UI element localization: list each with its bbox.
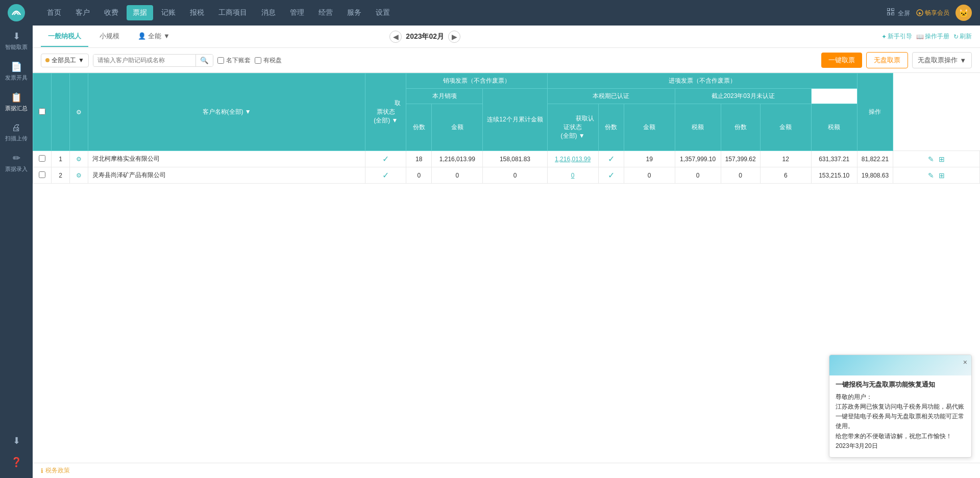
status-bar: ℹ 税务政策 — [33, 463, 980, 478]
edit-icon-2[interactable]: ✎ — [928, 171, 934, 180]
entry-icon: ✏ — [13, 153, 20, 164]
row-fetch-status-1: ✓ — [365, 151, 406, 167]
svg-text:▶: ▶ — [919, 11, 922, 15]
row-uncert-count-2: 6 — [760, 167, 811, 184]
row-2-checkbox[interactable] — [39, 171, 45, 178]
tab-all[interactable]: 👤 全能 ▼ — [131, 27, 177, 47]
notification-close-button[interactable]: × — [963, 358, 967, 366]
sub-account-checkbox[interactable] — [217, 57, 224, 64]
select-all-checkbox[interactable] — [39, 108, 45, 115]
row-sale-amount-1: 1,216,013.99 — [432, 151, 483, 167]
th-customer-name[interactable]: 客户名称(全部) ▼ — [88, 73, 365, 151]
sidebar: ⬇ 智能取票 📄 发票开具 📋 票据汇总 🖨 扫描上传 ✏ 票据录入 ⬇ ❓ — [0, 0, 33, 478]
nav-accounting[interactable]: 记账 — [155, 5, 182, 20]
tab-all-dropdown-icon[interactable]: ▼ — [163, 32, 170, 40]
search-button[interactable]: 🔍 — [195, 55, 213, 66]
has-disk-checkbox[interactable] — [255, 57, 261, 64]
nav-business[interactable]: 工商项目 — [212, 5, 253, 20]
row-sale-amount-2: 0 — [432, 167, 483, 184]
row-cumulative-2[interactable]: 0 — [547, 167, 598, 184]
detail-icon-1[interactable]: ⊞ — [939, 155, 945, 163]
notification-greeting: 尊敬的用户： — [836, 392, 965, 402]
nav-operation[interactable]: 经营 — [312, 5, 339, 20]
row-uncert-amount-2: 153,215.10 — [811, 167, 857, 184]
nav-home[interactable]: 首页 — [41, 5, 67, 20]
tax-policy-link[interactable]: 税务政策 — [45, 466, 70, 475]
nav-settings[interactable]: 设置 — [370, 5, 396, 20]
help-icon: ❓ — [11, 457, 22, 468]
sidebar-item-issue-invoice[interactable]: 📄 发票开具 — [0, 56, 33, 87]
nav-message[interactable]: 消息 — [255, 5, 282, 20]
download-icon: ⬇ — [13, 31, 20, 42]
th-uncert-count: 份数 — [721, 104, 760, 151]
row-certify-status-1: ✓ — [598, 151, 624, 167]
th-purch-tax: 税额 — [675, 104, 721, 151]
guide-icon: ✦ — [881, 33, 887, 40]
th-gear: ⚙ — [70, 73, 88, 151]
detail-icon-2[interactable]: ⊞ — [939, 171, 945, 180]
row-1-checkbox[interactable] — [39, 155, 45, 162]
cumulative-link-2[interactable]: 0 — [571, 172, 575, 179]
notification-scroll[interactable]: 尊敬的用户： 江苏政务网已恢复访问电子税务局功能，易代账一键登陆电子税务局与无盘… — [836, 392, 965, 451]
nav-service[interactable]: 服务 — [341, 5, 368, 20]
person-icon: 👤 — [138, 32, 146, 40]
fetch-status-check-icon-1: ✓ — [382, 155, 389, 163]
tab-general-taxpayer[interactable]: 一般纳税人 — [41, 27, 88, 47]
sidebar-logo[interactable] — [0, 0, 33, 26]
scan-icon: 🖨 — [12, 122, 21, 133]
sidebar-item-data-entry[interactable]: ✏ 票据录入 — [0, 147, 33, 178]
no-disk-ops-button[interactable]: 无盘取票操作 ▼ — [912, 52, 972, 68]
refresh-button[interactable]: ↻ 刷新 — [953, 32, 972, 41]
nav-collection[interactable]: 收费 — [98, 5, 125, 20]
certify-check-icon-1: ✓ — [608, 155, 615, 163]
employee-select[interactable]: 全部员工 ▼ — [41, 54, 89, 67]
search-input[interactable] — [93, 55, 195, 66]
sidebar-item-scan-upload[interactable]: 🖨 扫描上传 — [0, 117, 33, 147]
edit-icon-1[interactable]: ✎ — [928, 155, 934, 163]
row-gear-1[interactable]: ⚙ — [70, 151, 88, 167]
th-purch-amount: 金额 — [624, 104, 675, 151]
row-certify-status-2: ✓ — [598, 167, 624, 184]
sidebar-item-help[interactable]: ❓ — [0, 451, 33, 473]
row-sale-count-1: 18 — [406, 151, 432, 167]
cumulative-link-1[interactable]: 1,216,013.99 — [555, 156, 591, 163]
fullscreen-button[interactable]: 全屏 — [887, 8, 910, 18]
new-guide-button[interactable]: ✦ 新手引导 — [881, 32, 912, 41]
avatar[interactable]: 🐱 — [955, 5, 972, 21]
svg-rect-4 — [892, 13, 894, 15]
th-certify-status[interactable]: 获取认证状态(全部) ▼ — [547, 104, 598, 151]
nav-customer[interactable]: 客户 — [69, 5, 96, 20]
th-cumulative: 连续12个月累计金额 — [483, 89, 547, 151]
row-purch-count-1: 19 — [624, 151, 675, 167]
prev-month-button[interactable]: ◀ — [389, 31, 402, 43]
no-disk-fetch-button[interactable]: 无盘取票 — [866, 52, 908, 68]
top-nav-right: 全屏 ▶ 畅享会员 🐱 — [887, 5, 972, 21]
has-disk-checkbox-label[interactable]: 有税盘 — [255, 56, 282, 65]
th-group-sale: 销项发票（不含作废票） — [406, 73, 547, 89]
sidebar-item-smart-fetch[interactable]: ⬇ 智能取票 — [0, 26, 33, 56]
member-button[interactable]: ▶ 畅享会员 — [916, 9, 949, 17]
sub-account-checkbox-label[interactable]: 名下账套 — [217, 56, 251, 65]
row-cumulative-1[interactable]: 1,216,013.99 — [547, 151, 598, 167]
row-gear-2[interactable]: ⚙ — [70, 167, 88, 184]
nav-tax[interactable]: 报税 — [184, 5, 210, 20]
search-box: 🔍 — [93, 54, 213, 67]
row-purch-tax-1: 157,399.62 — [721, 151, 760, 167]
notification-text: 江苏政务网已恢复访问电子税务局功能，易代账一键登陆电子税务局与无盘取票相关功能可… — [836, 402, 965, 432]
manual-button[interactable]: 📖 操作手册 — [916, 32, 949, 41]
sidebar-item-invoice-summary[interactable]: 📋 票据汇总 — [0, 87, 33, 117]
info-icon: ℹ — [41, 467, 43, 474]
nav-management[interactable]: 管理 — [284, 5, 310, 20]
invoice-icon: 📄 — [11, 61, 22, 72]
nav-invoice[interactable]: 票据 — [127, 5, 153, 20]
next-month-button[interactable]: ▶ — [448, 31, 460, 43]
row-num-2: 2 — [52, 167, 70, 184]
sidebar-item-download[interactable]: ⬇ — [0, 430, 33, 451]
th-subgroup-certified: 本税期已认证 — [547, 89, 675, 104]
th-subgroup-uncertified: 截止2023年03月未认证 — [675, 89, 811, 104]
one-click-fetch-button[interactable]: 一键取票 — [821, 53, 862, 68]
row-uncert-tax-2: 19,808.63 — [857, 167, 893, 184]
row-ops-1: ✎ ⊞ — [893, 151, 980, 167]
th-fetch-status[interactable]: 取票状态(全部) ▼ — [365, 73, 406, 151]
tab-small-scale[interactable]: 小规模 — [92, 27, 127, 47]
